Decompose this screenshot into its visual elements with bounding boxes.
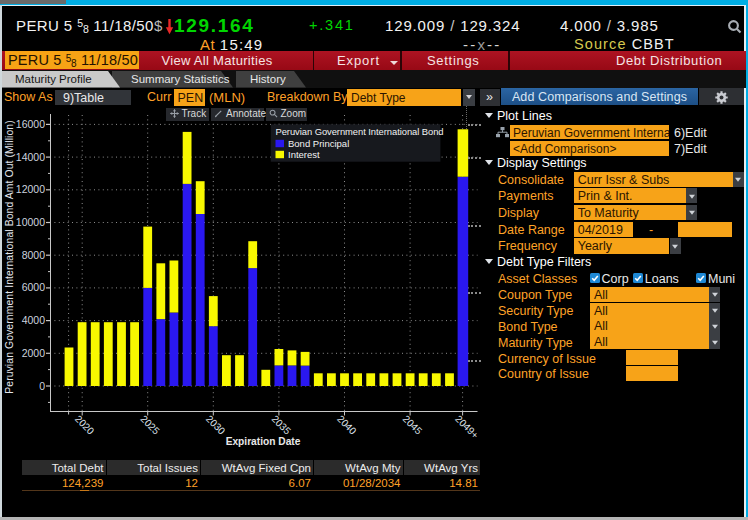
svg-text:14000: 14000 <box>16 151 45 163</box>
svg-text:Peruvian Government Internatio: Peruvian Government International Bond <box>276 126 444 137</box>
svg-text:Expiration Date: Expiration Date <box>226 436 301 447</box>
svg-text:16000: 16000 <box>16 118 45 130</box>
svg-text:0: 0 <box>39 380 45 392</box>
svg-text:8000: 8000 <box>22 249 46 261</box>
svg-text:2049+: 2049+ <box>453 413 480 441</box>
svg-text:2020: 2020 <box>73 413 97 437</box>
svg-text:2040: 2040 <box>335 413 359 437</box>
svg-text:6000: 6000 <box>22 281 46 293</box>
svg-text:4000: 4000 <box>22 314 46 326</box>
svg-text:2035: 2035 <box>269 413 293 437</box>
svg-text:10000: 10000 <box>16 216 45 228</box>
svg-text:2025: 2025 <box>138 413 162 437</box>
svg-text:2030: 2030 <box>204 413 228 437</box>
svg-text:Peruvian Government Internatio: Peruvian Government International Bond A… <box>4 120 15 394</box>
svg-text:2000: 2000 <box>22 347 46 359</box>
svg-text:Bond Principal: Bond Principal <box>288 138 349 149</box>
svg-text:12000: 12000 <box>16 183 45 195</box>
svg-text:2045: 2045 <box>401 413 425 437</box>
svg-text:Interest: Interest <box>288 149 320 160</box>
